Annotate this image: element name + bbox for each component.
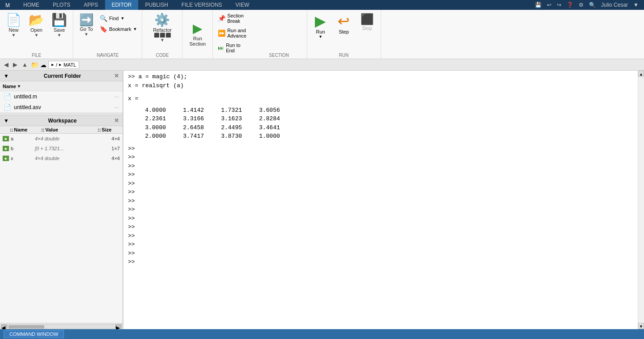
menu-tab-publish[interactable]: PUBLISH [139, 0, 174, 10]
workspace-table: ■ a 4×4 double 4×4 ■ b [0 + 1.7321... 1×… [0, 134, 123, 323]
open-dropdown-icon[interactable]: ▼ [34, 33, 39, 38]
stop-label: Stop [362, 25, 372, 31]
save-button[interactable]: 💾 Save ▼ [48, 12, 70, 40]
h-scroll-left-btn[interactable]: ◀ [1, 324, 7, 329]
undo-icon[interactable]: ↩ [545, 2, 553, 8]
menu-tab-plots[interactable]: PLOTS [47, 0, 76, 10]
save-dropdown-icon[interactable]: ▼ [57, 33, 62, 38]
prompt-12: >> [128, 240, 633, 249]
goto-dropdown[interactable]: ▼ [84, 32, 89, 37]
run-to-end-button[interactable]: ⏭ Run to End [216, 41, 249, 55]
menu-tab-home[interactable]: HOME [17, 0, 46, 10]
goto-label: Go To [80, 26, 93, 32]
ws-var-a-value: 4×4 double [35, 136, 97, 141]
current-folder-close[interactable]: ✕ [114, 72, 119, 79]
file-group-label: FILE [32, 53, 41, 59]
bookmark-label: Bookmark [109, 26, 131, 32]
section-break-icon: 📌 [218, 15, 225, 22]
find-button[interactable]: 🔍 Find ▼ [97, 13, 139, 23]
menu-right: 💾 ↩ ↪ ❓ ⚙ 🔍 Julio Cesar ▼ [533, 2, 640, 8]
path-current: MATL [64, 62, 76, 68]
h-scroll-track[interactable] [7, 324, 115, 329]
refactor-icon: ⚙️ [154, 14, 170, 26]
step-button[interactable]: ↩ Step [333, 12, 355, 37]
file-options-m[interactable]: ··· [114, 93, 119, 100]
bookmark-button[interactable]: 🔖 Bookmark ▼ [97, 24, 139, 34]
step-icon: ↩ [338, 14, 350, 28]
file-options-asv[interactable]: ··· [114, 104, 119, 110]
current-folder-arrow[interactable]: ▼ [4, 73, 9, 79]
run-button[interactable]: ▶ Run ▼ [310, 12, 331, 41]
ws-var-a[interactable]: ■ a 4×4 double 4×4 [0, 134, 123, 144]
scroll-up-btn[interactable]: ▲ [638, 71, 644, 77]
menu-tab-editor[interactable]: EDITOR [105, 0, 138, 10]
m23: 3.4641 [251, 123, 280, 132]
run-section-button[interactable]: ▶ Run Section [186, 20, 209, 49]
run-advance-label: Run and Advance [227, 28, 246, 38]
h-scroll-thumb[interactable] [8, 325, 44, 329]
command-window: >> a = magic (4); x = realsqrt (a) x = 4… [123, 71, 638, 329]
new-icon: 📄 [6, 14, 21, 26]
right-wrapper: >> a = magic (4); x = realsqrt (a) x = 4… [123, 71, 644, 329]
m03: 3.6056 [251, 106, 280, 115]
forward-button[interactable]: ▶ [12, 61, 19, 68]
ws-var-b-size: 1×7 [97, 146, 120, 151]
left-panel-scrollbar[interactable]: ◀ ▶ [0, 323, 123, 329]
up-button[interactable]: ▲ [21, 61, 29, 68]
workspace-arrow[interactable]: ▼ [4, 118, 9, 124]
toolbar-save-icon[interactable]: 💾 [533, 2, 543, 8]
find-dropdown[interactable]: ▼ [120, 16, 124, 21]
workspace-header: ▼ Workspace ✕ [0, 115, 123, 126]
new-button[interactable]: 📄 New ▼ [3, 12, 25, 40]
search-icon[interactable]: 🔍 [587, 2, 597, 8]
h-scroll-right-btn[interactable]: ▶ [115, 324, 122, 329]
ws-var-x[interactable]: ■ x 4×4 double 4×4 [0, 153, 123, 163]
file-name-asv: untitled.asv [14, 104, 112, 110]
section-break-button[interactable]: 📌 Section Break [216, 12, 249, 25]
refactor-button[interactable]: ⚙️ Refactor ⬛⬛⬛ ▼ [149, 12, 176, 45]
browse-history-icon[interactable]: 📁 [31, 61, 38, 68]
cloud-icon[interactable]: ☁ [40, 61, 47, 68]
back-button[interactable]: ◀ [3, 61, 10, 68]
menu-tab-apps[interactable]: APPS [77, 0, 104, 10]
file-list-header: Name▼ [0, 81, 123, 91]
help-icon[interactable]: ❓ [565, 2, 575, 8]
m02: 1.7321 [213, 106, 242, 115]
user-name: Julio Cesar [599, 2, 630, 8]
run-advance-button[interactable]: ⏩ Run and Advance [216, 26, 249, 40]
stop-button[interactable]: ⬛ Stop [356, 12, 378, 33]
bookmark-icon: 🔖 [100, 25, 107, 33]
scroll-down-btn[interactable]: ▼ [638, 323, 644, 329]
open-button[interactable]: 📂 Open ▼ [25, 12, 47, 40]
user-dropdown-icon[interactable]: ▼ [631, 2, 640, 8]
refactor-dropdown[interactable]: ▼ [160, 38, 165, 42]
run-dropdown[interactable]: ▼ [318, 34, 322, 39]
menu-tab-view[interactable]: VIEW [229, 0, 256, 10]
file-icon-m: 📄 [4, 93, 11, 100]
ws-var-a-name: a [11, 136, 35, 141]
goto-button[interactable]: ➡️ Go To ▼ [76, 12, 97, 39]
ws-value-col-dots: :: [41, 127, 44, 132]
m00: 4.0000 [137, 106, 166, 115]
cmd-output-area[interactable]: >> a = magic (4); x = realsqrt (a) x = 4… [123, 71, 638, 329]
new-dropdown-icon[interactable]: ▼ [12, 33, 16, 38]
command-window-tab[interactable]: COMMAND WINDOW [4, 330, 64, 338]
matrix-row-1: 2.2361 3.3166 3.1623 2.8284 [137, 114, 633, 123]
scroll-track[interactable] [638, 77, 644, 323]
name-sort-icon[interactable]: ▼ [17, 84, 21, 89]
ws-var-b[interactable]: ■ b [0 + 1.7321... 1×7 [0, 144, 123, 153]
path-box[interactable]: ▸ / ▸ MATL [48, 61, 80, 69]
ribbon-code-group: ⚙️ Refactor ⬛⬛⬛ ▼ CODE [142, 10, 182, 59]
file-item-untitled-m[interactable]: 📄 untitled.m ··· [0, 91, 123, 102]
redo-icon[interactable]: ↪ [555, 2, 563, 8]
current-folder-title: Current Folder [44, 73, 81, 79]
settings-icon[interactable]: ⚙ [577, 2, 585, 8]
bookmark-dropdown[interactable]: ▼ [133, 27, 137, 31]
menu-tab-file-versions[interactable]: FILE VERSIONS [175, 0, 229, 10]
workspace-close[interactable]: ✕ [114, 117, 119, 124]
file-item-untitled-asv[interactable]: 📄 untitled.asv ··· [0, 102, 123, 113]
run-to-end-icon: ⏭ [218, 44, 224, 51]
bottom-tabs: COMMAND WINDOW [0, 329, 644, 339]
prompt-1: >> [128, 144, 633, 153]
m01: 1.4142 [175, 106, 204, 115]
